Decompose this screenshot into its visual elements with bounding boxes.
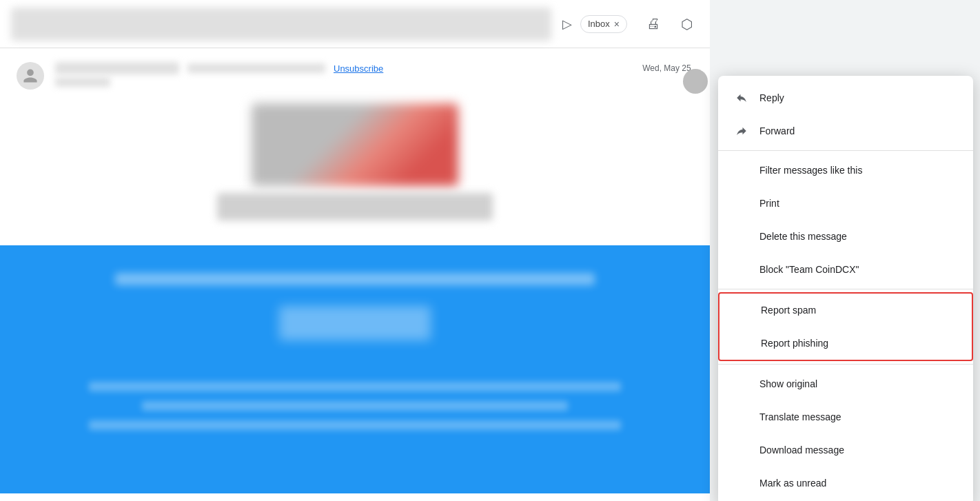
sender-row: Unsubscribe Wed, May 25, xyxy=(17,62,693,90)
menu-item-show-original[interactable]: Show original xyxy=(718,367,973,400)
blue-line-2 xyxy=(142,401,568,411)
menu-label-print: Print xyxy=(759,198,779,209)
inbox-tag[interactable]: Inbox × xyxy=(580,15,627,33)
menu-item-report-phishing[interactable]: Report phishing xyxy=(719,327,972,360)
print-button[interactable]: 🖨 xyxy=(641,12,666,37)
logo-blur xyxy=(252,103,458,186)
blue-mid-blur xyxy=(279,306,431,340)
menu-label-show-original: Show original xyxy=(759,378,817,389)
forward-icon xyxy=(735,125,748,137)
sender-email-blur xyxy=(187,63,325,73)
menu-item-mark-unread[interactable]: Mark as unread xyxy=(718,467,973,500)
logo-subbar-blur xyxy=(217,193,493,221)
sender-name-row: Unsubscribe Wed, May 25, xyxy=(55,62,693,74)
email-header-bar: ▷ Inbox × 🖨 ⬡ xyxy=(0,0,710,48)
header-right-area: ▷ Inbox × 🖨 ⬡ xyxy=(562,12,699,37)
divider-1 xyxy=(718,150,973,151)
email-subject-blur xyxy=(11,8,551,41)
divider-2 xyxy=(718,289,973,289)
menu-item-print[interactable]: Print xyxy=(718,187,973,220)
menu-label-delete: Delete this message xyxy=(759,231,847,242)
blue-content-mid xyxy=(0,306,710,340)
menu-label-report-phishing: Report phishing xyxy=(761,338,828,349)
menu-item-download[interactable]: Download message xyxy=(718,433,973,467)
menu-label-report-spam: Report spam xyxy=(761,305,816,316)
menu-item-report-spam[interactable]: Report spam xyxy=(719,294,972,327)
user-avatar[interactable] xyxy=(683,69,708,94)
email-container: ▷ Inbox × 🖨 ⬡ Unsubscribe Wed, May 2 xyxy=(0,0,710,501)
menu-item-translate[interactable]: Translate message xyxy=(718,400,973,433)
email-content-logo xyxy=(17,103,693,221)
sender-name-blur xyxy=(55,62,179,74)
menu-label-filter: Filter messages like this xyxy=(759,165,862,176)
subject-blur-small xyxy=(55,77,110,87)
menu-label-forward: Forward xyxy=(759,125,957,136)
blue-line-1 xyxy=(89,382,622,391)
inbox-tag-label: Inbox xyxy=(588,19,610,29)
menu-label-mark-unread: Mark as unread xyxy=(759,478,826,489)
report-highlight-group: Report spam Report phishing xyxy=(718,292,973,361)
unsubscribe-link[interactable]: Unsubscribe xyxy=(334,63,383,74)
menu-label-download: Download message xyxy=(759,444,844,456)
menu-item-delete[interactable]: Delete this message xyxy=(718,220,973,253)
menu-item-forward[interactable]: Forward xyxy=(718,114,973,147)
blue-bottom-lines xyxy=(0,382,710,430)
blue-line-3 xyxy=(89,420,622,430)
context-menu: Reply Forward Filter messages like this … xyxy=(718,76,973,501)
divider-3 xyxy=(718,364,973,365)
reply-icon xyxy=(735,92,748,104)
menu-label-block: Block "Team CoinDCX" xyxy=(759,264,859,275)
inbox-tag-close-icon[interactable]: × xyxy=(614,19,620,30)
menu-item-block[interactable]: Block "Team CoinDCX" xyxy=(718,253,973,286)
menu-label-translate: Translate message xyxy=(759,411,841,422)
email-body: Unsubscribe Wed, May 25, xyxy=(0,48,710,245)
category-icon: ▷ xyxy=(562,17,572,32)
open-external-button[interactable]: ⬡ xyxy=(674,12,699,37)
menu-item-filter[interactable]: Filter messages like this xyxy=(718,154,973,187)
avatar xyxy=(17,62,44,90)
email-date: Wed, May 25, xyxy=(642,63,693,73)
menu-item-reply[interactable]: Reply xyxy=(718,81,973,114)
menu-label-reply: Reply xyxy=(759,92,957,103)
sender-info: Unsubscribe Wed, May 25, xyxy=(55,62,693,87)
email-blue-section xyxy=(0,245,710,493)
blue-content-line-1 xyxy=(115,273,595,285)
